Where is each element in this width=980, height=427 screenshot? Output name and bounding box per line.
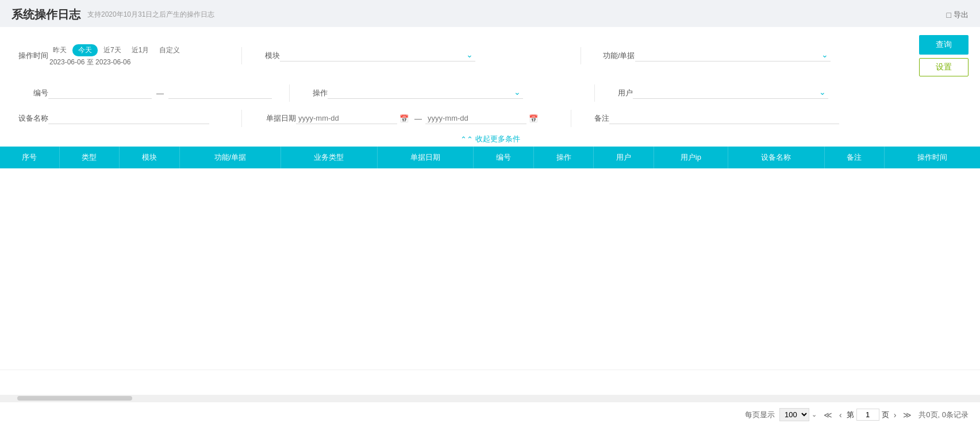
- settings-button[interactable]: 设置: [919, 58, 969, 76]
- col-biz-type: 业务类型: [281, 147, 378, 168]
- user-label: 用户: [612, 88, 633, 98]
- pagination-nav: ≪ ‹ 第 页 › ≫: [821, 409, 914, 421]
- user-select-wrapper: [633, 87, 828, 99]
- voucher-date-label: 单据日期: [259, 113, 296, 124]
- divider-6: [571, 110, 571, 127]
- user-select[interactable]: [633, 87, 828, 99]
- operation-segment: 操作: [307, 87, 577, 99]
- remark-segment: 备注: [589, 113, 883, 124]
- page-size-chevron: ⌄: [812, 411, 817, 418]
- export-label: 导出: [954, 10, 969, 20]
- page-number-input[interactable]: [856, 409, 879, 421]
- filter-row-3: 设备名称 单据日期 📅 — 📅 备注: [11, 110, 969, 127]
- page-unit: 页: [882, 410, 889, 420]
- col-seq: 序号: [0, 147, 59, 168]
- col-module: 模块: [120, 147, 179, 168]
- collapse-row: ⌃⌃ 收起更多条件: [11, 130, 969, 147]
- time-btn-custom[interactable]: 自定义: [155, 44, 185, 56]
- number-dash: —: [156, 89, 164, 98]
- operation-select[interactable]: [328, 87, 523, 99]
- time-btn-yesterday[interactable]: 昨天: [48, 44, 71, 56]
- page-subtitle: 支持2020年10月31日之后产生的操作日志: [87, 10, 214, 20]
- page-label: 第: [847, 410, 854, 420]
- operation-select-wrapper: [328, 87, 523, 99]
- page-last-button[interactable]: ≫: [901, 409, 914, 421]
- pagination-area: 每页显示 100 50 200 ⌄ ≪ ‹ 第 页 › ≫ 共0页, 0条记录: [0, 402, 980, 427]
- col-device: 设备名称: [728, 147, 824, 168]
- col-operation: 操作: [533, 147, 593, 168]
- calendar-from-icon[interactable]: 📅: [399, 114, 409, 123]
- divider-1: [241, 47, 242, 64]
- export-button[interactable]: □ 导出: [947, 10, 969, 20]
- col-user-ip: 用户ip: [654, 147, 728, 168]
- time-filter-segment: 操作时间 昨天 今天 近7天 近1月 自定义 2023-06-06 至 2023…: [11, 44, 224, 67]
- col-function: 功能/单据: [179, 147, 280, 168]
- module-segment: 模块: [259, 50, 563, 61]
- horizontal-scrollbar[interactable]: [0, 395, 980, 402]
- divider-2: [581, 47, 581, 64]
- filter-row-1: 操作时间 昨天 今天 近7天 近1月 自定义 2023-06-06 至 2023…: [11, 35, 969, 76]
- date-dash: —: [414, 114, 422, 123]
- scrollbar-thumb[interactable]: [17, 396, 132, 401]
- collapse-button[interactable]: ⌃⌃ 收起更多条件: [460, 134, 520, 144]
- function-select-wrapper: [635, 50, 831, 61]
- action-buttons: 查询 设置: [919, 35, 969, 76]
- number-to-input[interactable]: [168, 87, 272, 99]
- module-label: 模块: [259, 51, 280, 61]
- col-number: 编号: [474, 147, 533, 168]
- page-header: 系统操作日志 支持2020年10月31日之后产生的操作日志 □ 导出: [0, 0, 980, 27]
- function-select[interactable]: [635, 50, 831, 61]
- module-select[interactable]: [280, 50, 475, 61]
- time-buttons: 昨天 今天 近7天 近1月 自定义: [48, 44, 185, 56]
- time-btn-today[interactable]: 今天: [72, 44, 98, 56]
- col-user: 用户: [594, 147, 654, 168]
- module-select-wrapper: [280, 50, 475, 61]
- divider-3: [289, 84, 290, 102]
- header-row: 序号 类型 模块 功能/单据 业务类型 单据日期 编号 操作 用户 用户ip 设…: [0, 147, 980, 168]
- device-input[interactable]: [48, 113, 209, 124]
- page-title: 系统操作日志: [11, 7, 80, 22]
- number-label: 编号: [11, 88, 48, 98]
- collapse-chevron-icon: ⌃⌃: [460, 135, 473, 144]
- total-info: 共0页, 0条记录: [918, 410, 969, 420]
- page-size-label: 每页显示: [745, 410, 775, 420]
- number-segment: 编号 —: [11, 87, 272, 99]
- empty-row: [0, 168, 980, 370]
- data-table: 序号 类型 模块 功能/单据 业务类型 单据日期 编号 操作 用户 用户ip 设…: [0, 147, 980, 370]
- empty-cell: [0, 168, 980, 370]
- query-button[interactable]: 查询: [919, 35, 969, 55]
- time-btn-7days[interactable]: 近7天: [99, 44, 126, 56]
- voucher-date-segment: 单据日期 📅 — 📅: [259, 113, 554, 124]
- col-op-time: 操作时间: [884, 147, 980, 168]
- page-first-button[interactable]: ≪: [821, 409, 835, 421]
- page-next-button[interactable]: ›: [891, 409, 899, 421]
- device-label: 设备名称: [11, 113, 48, 124]
- date-from-input[interactable]: [296, 113, 397, 124]
- col-remark: 备注: [824, 147, 884, 168]
- remark-input[interactable]: [609, 113, 839, 124]
- export-icon: □: [947, 10, 951, 20]
- date-to-input[interactable]: [425, 113, 526, 124]
- function-label: 功能/单据: [598, 51, 635, 61]
- page-size-select[interactable]: 100 50 200: [779, 408, 809, 421]
- device-segment: 设备名称: [11, 113, 224, 124]
- page-container: 系统操作日志 支持2020年10月31日之后产生的操作日志 □ 导出 操作时间 …: [0, 0, 980, 427]
- filter-row-2: 编号 — 操作 用户: [11, 84, 969, 102]
- col-type: 类型: [59, 147, 119, 168]
- page-prev-button[interactable]: ‹: [837, 409, 844, 421]
- user-segment: 用户: [612, 87, 882, 99]
- divider-5: [241, 110, 242, 127]
- divider-4: [594, 84, 595, 102]
- remark-label: 备注: [589, 113, 609, 124]
- time-section: 昨天 今天 近7天 近1月 自定义 2023-06-06 至 2023-06-0…: [48, 44, 185, 67]
- number-from-input[interactable]: [48, 87, 152, 99]
- time-btn-1month[interactable]: 近1月: [127, 44, 154, 56]
- time-label: 操作时间: [11, 51, 48, 61]
- page-size-wrapper: 100 50 200 ⌄: [779, 408, 817, 421]
- table-area: 序号 类型 模块 功能/单据 业务类型 单据日期 编号 操作 用户 用户ip 设…: [0, 147, 980, 395]
- table-body: [0, 168, 980, 370]
- operation-label: 操作: [307, 88, 328, 98]
- time-date-range: 2023-06-06 至 2023-06-06: [49, 57, 185, 67]
- function-segment: 功能/单据: [598, 50, 902, 61]
- calendar-to-icon[interactable]: 📅: [529, 114, 538, 123]
